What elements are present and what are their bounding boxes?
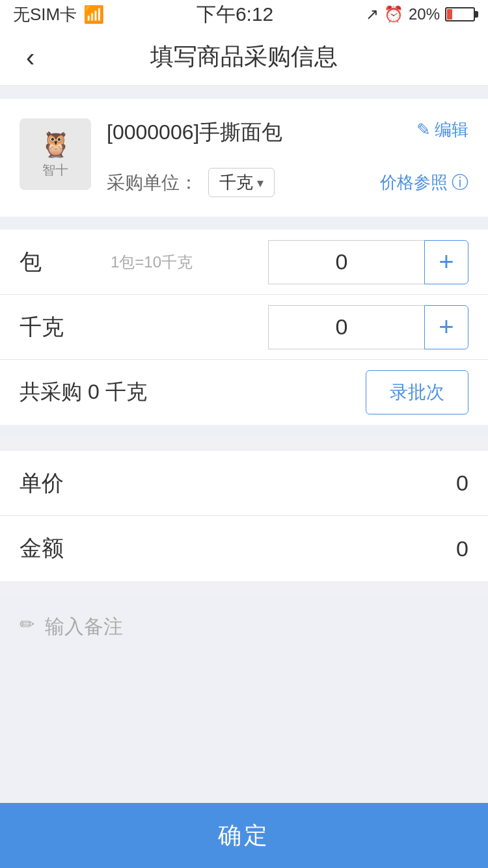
kg-label: 千克: [20, 312, 98, 342]
carrier-text: 无SIM卡: [13, 3, 77, 26]
quantity-section: 包 1包=10千克 + 千克 +: [0, 230, 488, 360]
info-icon: ⓘ: [452, 171, 468, 194]
edit-button[interactable]: ✎ 编辑: [416, 118, 468, 141]
unit-select-dropdown[interactable]: 千克 ▾: [208, 168, 275, 197]
kg-input-row: 千克 +: [0, 295, 488, 360]
confirm-button[interactable]: 确定: [0, 803, 488, 868]
dropdown-arrow-icon: ▾: [257, 175, 264, 191]
bag-label: 包: [20, 247, 98, 277]
note-section[interactable]: ✏ 输入备注: [0, 594, 488, 660]
edit-icon: ✎: [416, 120, 431, 140]
product-image-label: 智十: [42, 161, 68, 179]
summary-unit: 千克: [105, 380, 147, 403]
amount-row: 金额 0: [0, 516, 488, 581]
summary-row: 共采购 0 千克 录批次: [0, 360, 488, 425]
bag-quantity-input[interactable]: [268, 240, 424, 284]
product-card: 🦉 智十 [0000006]手撕面包 ✎ 编辑 采购单位： 千克 ▾ 价格参照: [0, 99, 488, 217]
status-left: 无SIM卡 📶: [13, 3, 104, 26]
battery-fill: [447, 9, 452, 20]
status-right: ↗ ⏰ 20%: [366, 5, 475, 23]
bag-controls: +: [268, 240, 468, 284]
product-info: [0000006]手撕面包 ✎ 编辑 采购单位： 千克 ▾ 价格参照 ⓘ: [107, 118, 468, 197]
batch-record-button[interactable]: 录批次: [366, 370, 468, 414]
unit-price-value: 0: [456, 470, 468, 496]
mid-separator-2: [0, 425, 488, 438]
product-thumbnail: 🦉 智十: [20, 118, 91, 190]
price-ref-label: 价格参照: [380, 171, 448, 194]
page-title: 填写商品采购信息: [150, 41, 338, 73]
summary-text: 共采购 0 千克: [20, 378, 147, 407]
wifi-icon: 📶: [83, 5, 104, 25]
product-image-icon: 🦉: [40, 130, 71, 159]
location-icon: ↗: [366, 5, 379, 23]
unit-label-text: 采购单位：: [107, 170, 198, 195]
bag-plus-button[interactable]: +: [424, 240, 468, 284]
amount-label: 金额: [20, 534, 64, 563]
bag-input-row: 包 1包=10千克 +: [0, 230, 488, 295]
unit-row: 采购单位： 千克 ▾: [107, 168, 275, 197]
amount-value: 0: [456, 536, 468, 562]
back-button[interactable]: ‹: [20, 38, 41, 77]
battery-percent: 20%: [409, 5, 440, 23]
top-separator: [0, 86, 488, 99]
mid-separator-1: [0, 217, 488, 230]
kg-controls: +: [268, 305, 468, 349]
product-name: [0000006]手撕面包: [107, 118, 282, 147]
alarm-icon: ⏰: [384, 5, 403, 23]
status-bar: 无SIM卡 📶 下午6:12 ↗ ⏰ 20%: [0, 0, 488, 29]
summary-amount: 0: [88, 380, 100, 403]
nav-bar: ‹ 填写商品采购信息: [0, 29, 488, 86]
bag-sub-label: 1包=10千克: [111, 252, 255, 273]
kg-plus-button[interactable]: +: [424, 305, 468, 349]
unit-value: 千克: [219, 171, 253, 194]
price-amount-section: 单价 0 金额 0: [0, 451, 488, 581]
unit-price-row: 单价 0: [0, 451, 488, 516]
unit-price-label: 单价: [20, 468, 64, 498]
price-reference-button[interactable]: 价格参照 ⓘ: [380, 171, 468, 194]
confirm-button-wrap: 确定: [0, 803, 488, 868]
pencil-icon: ✏: [20, 614, 34, 635]
edit-label: 编辑: [435, 118, 468, 141]
kg-quantity-input[interactable]: [268, 305, 424, 349]
status-time: 下午6:12: [197, 1, 273, 28]
battery-icon: [445, 7, 475, 21]
note-placeholder: 输入备注: [45, 614, 123, 640]
